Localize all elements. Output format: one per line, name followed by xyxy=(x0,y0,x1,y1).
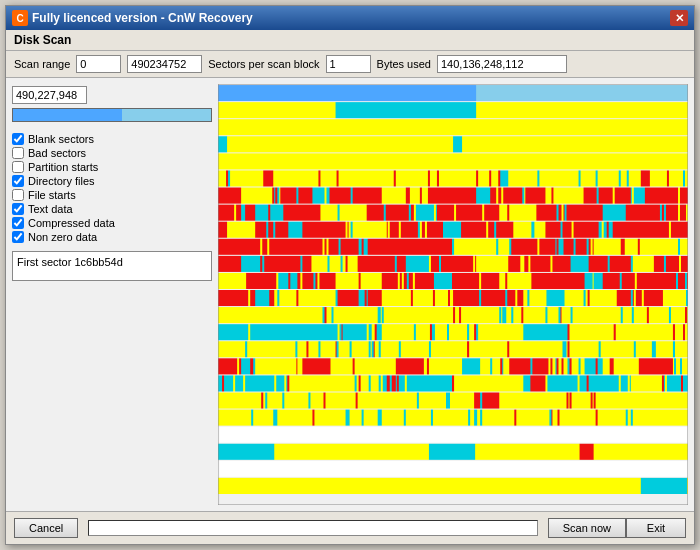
text-checkbox[interactable] xyxy=(12,203,24,215)
left-panel: Blank sectors Bad sectors Partition star… xyxy=(12,84,212,505)
checkbox-blank: Blank sectors xyxy=(12,133,212,145)
top-progress-fill xyxy=(13,109,122,121)
checkboxes-area: Blank sectors Bad sectors Partition star… xyxy=(12,133,212,243)
checkbox-partition: Partition starts xyxy=(12,161,212,173)
main-content: Blank sectors Bad sectors Partition star… xyxy=(6,78,694,511)
blank-checkbox[interactable] xyxy=(12,133,24,145)
nonzero-label: Non zero data xyxy=(28,231,97,243)
top-row: Scan range Sectors per scan block Bytes … xyxy=(14,55,686,73)
compressed-checkbox[interactable] xyxy=(12,217,24,229)
scan-now-button[interactable]: Scan now xyxy=(548,518,626,538)
top-progress-bar xyxy=(12,108,212,122)
current-sector-input[interactable] xyxy=(12,86,87,104)
scan-canvas xyxy=(218,84,688,505)
compressed-label: Compressed data xyxy=(28,217,115,229)
exit-button[interactable]: Exit xyxy=(626,518,686,538)
checkbox-nonzero: Non zero data xyxy=(12,231,212,243)
close-button[interactable]: ✕ xyxy=(670,10,688,26)
checkbox-directory: Directory files xyxy=(12,175,212,187)
bottom-bar: Cancel Scan now Exit xyxy=(6,511,694,544)
bad-checkbox[interactable] xyxy=(12,147,24,159)
window-title: Fully licenced version - CnW Recovery xyxy=(32,11,253,25)
scan-end-input[interactable] xyxy=(127,55,202,73)
sectors-input[interactable] xyxy=(326,55,371,73)
app-icon: C xyxy=(12,10,28,26)
cancel-button[interactable]: Cancel xyxy=(14,518,78,538)
file-checkbox[interactable] xyxy=(12,189,24,201)
main-window: C Fully licenced version - CnW Recovery … xyxy=(5,5,695,545)
right-panel xyxy=(218,84,688,505)
bytes-input[interactable] xyxy=(437,55,567,73)
scan-start-input[interactable] xyxy=(76,55,121,73)
sectors-label: Sectors per scan block xyxy=(208,58,319,70)
checkbox-file: File starts xyxy=(12,189,212,201)
file-label: File starts xyxy=(28,189,76,201)
top-controls: Scan range Sectors per scan block Bytes … xyxy=(6,51,694,78)
nonzero-checkbox[interactable] xyxy=(12,231,24,243)
bottom-progress-bar xyxy=(88,520,537,536)
partition-label: Partition starts xyxy=(28,161,98,173)
info-box: First sector 1c6bb54d xyxy=(12,251,212,281)
blank-label: Blank sectors xyxy=(28,133,94,145)
checkbox-text: Text data xyxy=(12,203,212,215)
title-bar: C Fully licenced version - CnW Recovery … xyxy=(6,6,694,30)
scan-range-label: Scan range xyxy=(14,58,70,70)
partition-checkbox[interactable] xyxy=(12,161,24,173)
section-header: Disk Scan xyxy=(6,30,694,51)
title-bar-left: C Fully licenced version - CnW Recovery xyxy=(12,10,253,26)
directory-checkbox[interactable] xyxy=(12,175,24,187)
info-text: First sector 1c6bb54d xyxy=(17,256,123,268)
bad-label: Bad sectors xyxy=(28,147,86,159)
text-label: Text data xyxy=(28,203,73,215)
bytes-label: Bytes used xyxy=(377,58,431,70)
checkbox-bad: Bad sectors xyxy=(12,147,212,159)
checkbox-compressed: Compressed data xyxy=(12,217,212,229)
directory-label: Directory files xyxy=(28,175,95,187)
